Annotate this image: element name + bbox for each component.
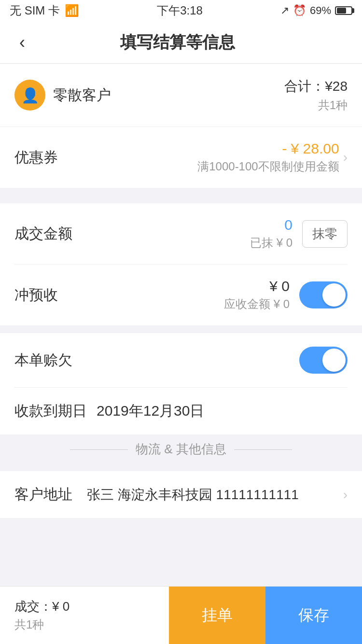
coupon-label: 优惠券 — [14, 148, 58, 168]
prepaid-value: ¥ 0 — [224, 278, 290, 294]
chevron-right-icon: › — [343, 150, 348, 165]
customer-row: 👤 零散客户 合计：¥28 共1种 — [0, 64, 362, 126]
round-zero-button[interactable]: 抹零 — [302, 220, 348, 248]
back-button[interactable]: ‹ — [14, 28, 30, 57]
bottom-transaction-label: 成交： — [14, 599, 52, 614]
due-date-label: 收款到期日 — [14, 401, 87, 421]
amount-section: 成交金额 0 已抹 ¥ 0 抹零 冲预收 ¥ 0 应收金额 ¥ 0 — [0, 203, 362, 325]
address-row[interactable]: 客户地址 张三 海淀永丰科技园 11111111111 › — [0, 471, 362, 518]
coupon-right: - ¥ 28.00 满1000-100不限制使用金额 › — [197, 140, 348, 174]
coupon-discount: - ¥ 28.00 — [197, 140, 339, 157]
debt-row: 本单赊欠 — [14, 333, 348, 388]
logistics-text: 物流 & 其他信息 — [62, 441, 300, 458]
coupon-row[interactable]: 优惠券 - ¥ 28.00 满1000-100不限制使用金额 › — [0, 126, 362, 188]
debt-toggle[interactable] — [299, 347, 348, 374]
status-left: 无 SIM 卡 📶 — [10, 3, 79, 18]
status-time: 下午3:18 — [157, 3, 203, 18]
customer-section: 👤 零散客户 合计：¥28 共1种 优惠券 - ¥ 28.00 满1000-10… — [0, 64, 362, 188]
prepaid-sub: 应收金额 ¥ 0 — [224, 296, 290, 312]
save-button[interactable]: 保存 — [265, 587, 362, 644]
due-date-value: 2019年12月30日 — [97, 401, 204, 421]
customer-avatar: 👤 — [14, 80, 45, 111]
bottom-transaction-value: ¥ 0 — [52, 599, 70, 614]
amount-value: 0 — [250, 217, 292, 233]
prepaid-row: 冲预收 ¥ 0 应收金额 ¥ 0 — [14, 265, 348, 325]
bottom-bar: 成交：¥ 0 共1种 挂单 保存 — [0, 586, 362, 644]
coupon-desc: 满1000-100不限制使用金额 — [197, 159, 339, 174]
amount-right: 0 已抹 ¥ 0 抹零 — [250, 217, 348, 251]
status-right: ↗ ⏰ 69% — [280, 4, 352, 17]
customer-count: 共1种 — [284, 98, 348, 113]
battery-percent: 69% — [310, 4, 331, 17]
section-divider-2 — [0, 325, 362, 333]
debt-toggle-knob — [322, 349, 346, 372]
logistics-divider: 物流 & 其他信息 — [0, 434, 362, 463]
bottom-left: 成交：¥ 0 共1种 — [0, 598, 169, 632]
address-value: 张三 海淀永丰科技园 11111111111 — [87, 486, 343, 504]
amount-value-group: 0 已抹 ¥ 0 — [250, 217, 292, 251]
customer-total: 合计：¥28 — [284, 77, 348, 96]
bottom-transaction: 成交：¥ 0 — [14, 598, 154, 615]
customer-left: 👤 零散客户 — [14, 80, 111, 111]
debt-label: 本单赊欠 — [14, 350, 72, 370]
nav-bar: ‹ 填写结算等信息 — [0, 21, 362, 64]
page-title: 填写结算等信息 — [35, 31, 320, 54]
debt-section: 本单赊欠 收款到期日 2019年12月30日 — [0, 333, 362, 434]
carrier-text: 无 SIM 卡 — [10, 3, 60, 18]
amount-label: 成交金额 — [14, 224, 72, 244]
customer-right: 合计：¥28 共1种 — [284, 77, 348, 113]
address-chevron-icon: › — [343, 487, 348, 503]
prepaid-right: ¥ 0 应收金额 ¥ 0 — [224, 278, 348, 312]
alarm-icon: ⏰ — [293, 4, 306, 17]
content: 👤 零散客户 合计：¥28 共1种 优惠券 - ¥ 28.00 满1000-10… — [0, 64, 362, 586]
coupon-info: - ¥ 28.00 满1000-100不限制使用金额 — [197, 140, 339, 174]
battery-icon — [335, 6, 352, 15]
due-date-row: 收款到期日 2019年12月30日 — [14, 388, 348, 434]
customer-name: 零散客户 — [53, 85, 111, 105]
section-divider-1 — [0, 196, 362, 203]
location-icon: ↗ — [280, 4, 289, 17]
address-section: 客户地址 张三 海淀永丰科技园 11111111111 › — [0, 471, 362, 518]
prepaid-value-group: ¥ 0 应收金额 ¥ 0 — [224, 278, 290, 312]
avatar-icon: 👤 — [21, 87, 39, 104]
amount-sub: 已抹 ¥ 0 — [250, 235, 292, 251]
amount-row: 成交金额 0 已抹 ¥ 0 抹零 — [14, 203, 348, 265]
status-bar: 无 SIM 卡 📶 下午3:18 ↗ ⏰ 69% — [0, 0, 362, 21]
toggle-knob — [322, 283, 346, 307]
wifi-icon: 📶 — [65, 4, 79, 17]
address-label: 客户地址 — [14, 485, 72, 504]
bottom-count: 共1种 — [14, 617, 154, 632]
prepaid-toggle[interactable] — [299, 281, 348, 308]
prepaid-label: 冲预收 — [14, 285, 58, 305]
pending-button[interactable]: 挂单 — [169, 587, 265, 644]
